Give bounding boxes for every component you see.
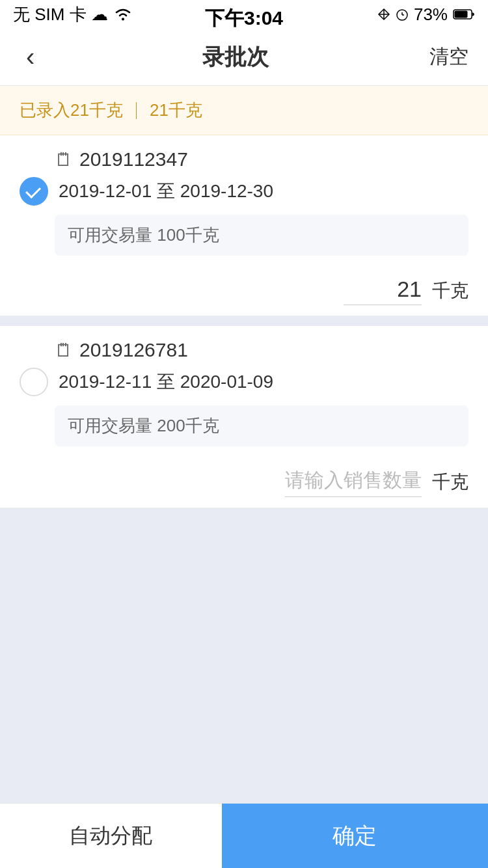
batch1-qty-unit: 千克 bbox=[432, 278, 468, 303]
svg-rect-7 bbox=[455, 11, 468, 18]
batch2-date: 2019-12-11 至 2020-01-09 bbox=[59, 370, 273, 394]
batch2-qty-unit: 千克 bbox=[432, 470, 468, 495]
alarm-icon bbox=[396, 7, 409, 21]
nav-bar: ‹ 录批次 清空 bbox=[0, 29, 488, 86]
empty-area bbox=[0, 508, 488, 852]
batch2-qty-input[interactable]: 请输入销售数量 bbox=[285, 467, 422, 497]
content-area: 🗒 2019112347 2019-12-01 至 2019-12-30 可用交… bbox=[0, 135, 488, 852]
batch1-available-qty: 可用交易量 100千克 bbox=[55, 215, 468, 256]
recorded-amount-label: 已录入21千克 bbox=[20, 99, 123, 122]
status-time: 下午3:04 bbox=[205, 5, 283, 32]
sim-label: 无 SIM 卡 ☁ bbox=[13, 3, 108, 26]
batch1-qty-row: 21 千克 bbox=[0, 266, 488, 316]
status-left: 无 SIM 卡 ☁ bbox=[13, 3, 133, 26]
batch1-date-row[interactable]: 2019-12-01 至 2019-12-30 bbox=[20, 177, 468, 206]
svg-point-0 bbox=[122, 18, 124, 21]
batch2-id: 2019126781 bbox=[79, 339, 188, 361]
auto-distribute-button[interactable]: 自动分配 bbox=[0, 804, 222, 868]
wifi-icon bbox=[113, 7, 133, 21]
batch-card-2: 🗒 2019126781 2019-12-11 至 2020-01-09 可用交… bbox=[0, 326, 488, 508]
batch1-doc-icon: 🗒 bbox=[55, 149, 73, 170]
status-right: 73% bbox=[377, 5, 475, 25]
battery-percent: 73% bbox=[414, 5, 448, 25]
batch1-qty-input-wrapper: 21 bbox=[344, 277, 422, 305]
batch1-radio[interactable] bbox=[20, 177, 48, 206]
status-bar: 无 SIM 卡 ☁ 下午3:04 73% bbox=[0, 0, 488, 29]
batch2-radio[interactable] bbox=[20, 368, 48, 396]
section-divider bbox=[0, 316, 488, 326]
batch-card-1: 🗒 2019112347 2019-12-01 至 2019-12-30 可用交… bbox=[0, 135, 488, 316]
batch1-date: 2019-12-01 至 2019-12-30 bbox=[59, 179, 273, 204]
batch2-id-row: 🗒 2019126781 bbox=[20, 339, 468, 361]
info-divider bbox=[136, 102, 137, 119]
batch1-id-row: 🗒 2019112347 bbox=[20, 148, 468, 170]
confirm-button[interactable]: 确定 bbox=[222, 804, 488, 868]
bottom-bar: 自动分配 确定 bbox=[0, 803, 488, 868]
page-title: 录批次 bbox=[202, 42, 269, 72]
batch2-available-qty: 可用交易量 200千克 bbox=[55, 405, 468, 446]
recorded-amount-value: 21千克 bbox=[150, 99, 202, 122]
clear-button[interactable]: 清空 bbox=[429, 44, 468, 70]
batch1-qty-value[interactable]: 21 bbox=[397, 277, 422, 302]
back-button[interactable]: ‹ bbox=[20, 36, 41, 78]
batch2-qty-row: 请输入销售数量 千克 bbox=[0, 457, 488, 508]
batch2-date-row[interactable]: 2019-12-11 至 2020-01-09 bbox=[20, 368, 468, 396]
batch1-id: 2019112347 bbox=[79, 148, 188, 170]
location-icon bbox=[377, 8, 390, 21]
batch2-doc-icon: 🗒 bbox=[55, 340, 73, 361]
info-banner: 已录入21千克 21千克 bbox=[0, 86, 488, 135]
battery-icon bbox=[453, 8, 475, 20]
